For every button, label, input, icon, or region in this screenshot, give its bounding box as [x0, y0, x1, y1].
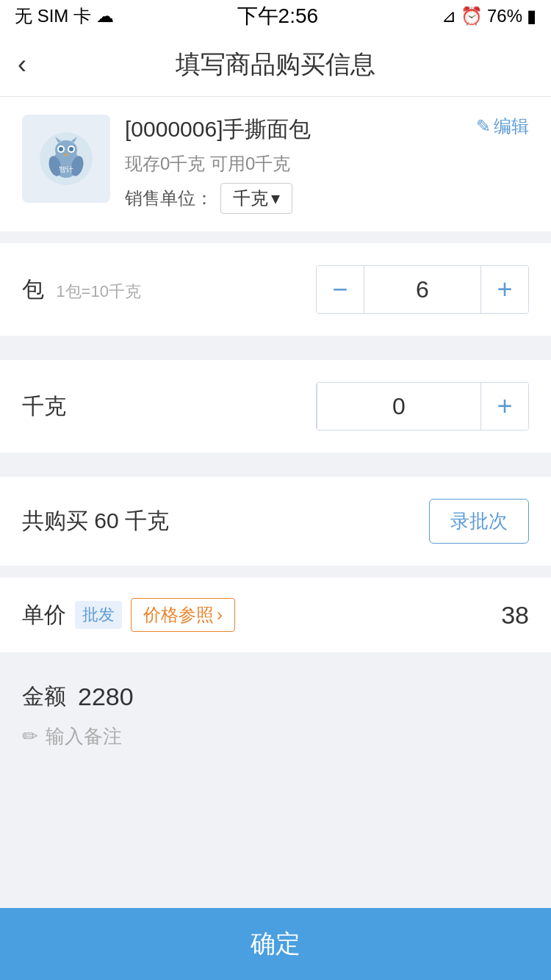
battery-label: 76%	[487, 6, 522, 26]
bao-hint: 1包=10千克	[56, 282, 141, 300]
unit-label: 销售单位：	[125, 187, 213, 210]
bao-qty-row: 包 1包=10千克 − +	[0, 243, 551, 336]
kg-label: 千克	[22, 392, 316, 422]
price-ref-arrow: ›	[217, 605, 223, 625]
dropdown-icon: ▾	[271, 188, 280, 209]
bao-qty-input[interactable]	[364, 266, 481, 313]
price-ref-button[interactable]: 价格参照 ›	[131, 598, 235, 632]
divider-3	[0, 566, 551, 577]
bao-section: 包 1包=10千克 − +	[0, 243, 551, 336]
page-title: 填写商品购买信息	[176, 48, 375, 82]
amount-label: 金额	[22, 682, 66, 712]
product-thumbnail: 智计	[22, 115, 110, 203]
status-time: 下午2:56	[237, 2, 319, 30]
kg-qty-control: +	[316, 382, 529, 430]
amount-row: 金额 2280	[22, 682, 529, 724]
alarm-icon: ⏰	[461, 6, 483, 26]
status-bar: 无 SIM 卡 ☁ 下午2:56 ⊿ ⏰ 76% ▮	[0, 0, 551, 32]
product-info: [0000006]手撕面包 现存0千克 可用0千克 销售单位： 千克 ▾	[125, 115, 461, 214]
price-tag: 批发	[75, 601, 122, 629]
price-ref-label: 价格参照	[143, 603, 214, 627]
product-stock: 现存0千克 可用0千克	[125, 152, 461, 176]
svg-point-7	[59, 147, 63, 151]
kg-plus-button[interactable]: +	[481, 383, 528, 430]
amount-value: 2280	[78, 682, 134, 711]
product-card: 智计 [0000006]手撕面包 现存0千克 可用0千克 销售单位： 千克 ▾ …	[0, 97, 551, 231]
total-amount: 60	[94, 508, 125, 533]
location-icon: ⊿	[442, 6, 456, 26]
confirm-button[interactable]: 确定	[0, 908, 551, 980]
divider-2	[0, 465, 551, 477]
total-row: 共购买 60 千克 录批次	[0, 477, 551, 566]
kg-qty-input[interactable]	[317, 383, 481, 430]
product-unit: 销售单位： 千克 ▾	[125, 183, 461, 214]
product-name: [0000006]手撕面包	[125, 115, 461, 145]
product-logo: 智计	[37, 129, 96, 188]
price-label: 单价	[22, 600, 66, 630]
note-row[interactable]: ✏ 输入备注	[22, 724, 529, 767]
bao-plus-button[interactable]: +	[481, 266, 528, 313]
edit-button[interactable]: ✎ 编辑	[476, 115, 529, 138]
svg-point-8	[69, 147, 73, 151]
battery-icon: ▮	[527, 6, 536, 26]
status-right: ⊿ ⏰ 76% ▮	[442, 6, 536, 26]
back-button[interactable]: ‹	[18, 49, 26, 80]
status-left: 无 SIM 卡 ☁	[15, 4, 114, 28]
svg-text:智计: 智计	[59, 165, 73, 173]
price-section: 单价 批发 价格参照 › 38	[0, 577, 551, 652]
price-value: 38	[501, 601, 529, 630]
price-left: 单价 批发 价格参照 ›	[22, 598, 235, 632]
divider-1	[0, 348, 551, 360]
batch-button[interactable]: 录批次	[429, 499, 529, 544]
unit-value: 千克	[233, 187, 268, 210]
amount-section: 金额 2280 ✏ 输入备注	[0, 664, 551, 767]
sim-label: 无 SIM 卡 ☁	[15, 4, 114, 28]
bao-minus-button[interactable]: −	[317, 266, 364, 313]
price-row: 单价 批发 价格参照 › 38	[22, 598, 529, 632]
bao-qty-control: − +	[316, 265, 529, 314]
nav-bar: ‹ 填写商品购买信息	[0, 32, 551, 97]
bao-label: 包 1包=10千克	[22, 275, 316, 305]
edit-icon: ✎	[476, 116, 491, 137]
pencil-icon: ✏	[22, 725, 38, 748]
kg-qty-row: 千克 +	[0, 360, 551, 453]
note-placeholder: 输入备注	[46, 724, 122, 749]
total-text: 共购买 60 千克	[22, 506, 169, 536]
kg-section: 千克 +	[0, 360, 551, 453]
confirm-label: 确定	[251, 927, 300, 961]
edit-label: 编辑	[494, 115, 529, 138]
unit-select[interactable]: 千克 ▾	[220, 183, 292, 214]
